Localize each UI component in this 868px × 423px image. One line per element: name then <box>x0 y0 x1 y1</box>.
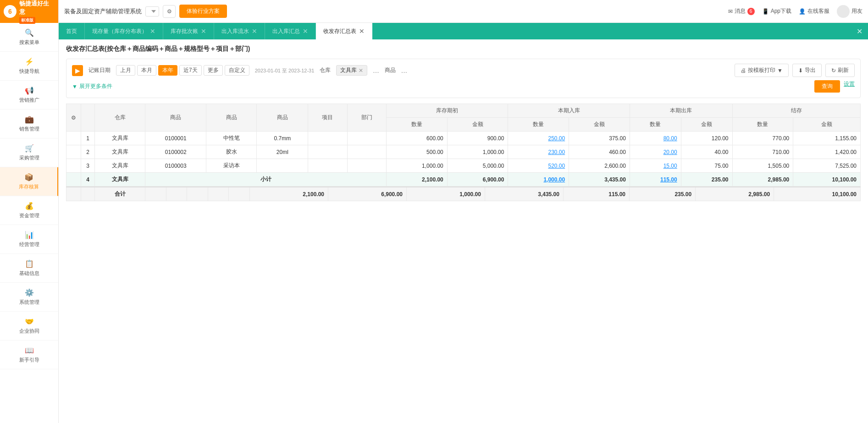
warehouse-more-btn[interactable]: ... <box>373 66 379 75</box>
goods-more-btn[interactable]: ... <box>401 66 407 75</box>
row-project <box>308 145 347 159</box>
row-in-qty[interactable]: 250.00 <box>508 132 569 145</box>
tab-close-icon[interactable]: ✕ <box>359 28 365 34</box>
th-department: 部门 <box>347 104 386 132</box>
date-btn-自定义[interactable]: 自定义 <box>225 65 249 76</box>
filter-expand-btn[interactable]: ▶ <box>72 65 83 76</box>
row-balance-qty: 1,505.00 <box>732 159 793 173</box>
sidebar-label: 基础信息 <box>19 270 39 277</box>
row-settings <box>66 159 81 173</box>
th-in-amount: 金额 <box>569 118 630 132</box>
tab-收发存汇总表[interactable]: 收发存汇总表✕ <box>316 23 372 39</box>
row-goods-code: 0100001 <box>145 132 206 145</box>
system-title-select[interactable] <box>145 6 159 16</box>
subtotal-in-qty[interactable]: 1,000.00 <box>508 173 569 187</box>
warehouse-tag: 文具库 ✕ <box>336 65 367 76</box>
row-opening-amount: 900.00 <box>447 132 508 145</box>
total-out-amount: 235.00 <box>630 187 696 201</box>
tab-库存批次账[interactable]: 库存批次账✕ <box>163 23 214 39</box>
sidebar-item-快捷导航[interactable]: ⚡快捷导航 <box>0 52 58 81</box>
date-btn-近7天[interactable]: 近7天 <box>179 65 202 76</box>
th-group-balance: 结存 <box>732 104 860 118</box>
row-goods-name: 采访本 <box>206 159 257 173</box>
sidebar-item-库存核算[interactable]: 📦库存核算 <box>0 167 58 196</box>
date-btn-上月[interactable]: 上月 <box>116 65 135 76</box>
sidebar-item-营销推广[interactable]: 📢营销推广 <box>0 81 58 110</box>
date-btn-更多[interactable]: 更多 <box>204 65 223 76</box>
tab-close-icon[interactable]: ✕ <box>150 28 155 34</box>
main-area: 装备及固定资产辅助管理系统 ⚙ 体验行业方案 ✉ 消息 6 📱 App下载 <box>59 0 868 423</box>
export-icon: ⬇ <box>798 67 803 74</box>
tab-出入库汇总[interactable]: 出入库汇总✕ <box>265 23 316 39</box>
tab-close-icon[interactable]: ✕ <box>252 28 257 34</box>
sidebar-item-企业协同[interactable]: 🤝企业协同 <box>0 312 58 341</box>
date-btn-本月[interactable]: 本月 <box>137 65 156 76</box>
footer-total-table: 合计 2,100.00 6,900.00 1,000.00 3,435.00 <box>66 187 861 201</box>
print-template-btn[interactable]: 🖨 按模板打印 ▼ <box>735 64 789 77</box>
subtotal-out-qty[interactable]: 115.00 <box>630 173 681 187</box>
sidebar-item-经营管理[interactable]: 📊经营管理 <box>0 225 58 254</box>
row-out-qty[interactable]: 15.00 <box>630 159 681 173</box>
row-out-qty[interactable]: 80.00 <box>630 132 681 145</box>
content-area: 收发存汇总表(按仓库＋商品编码＋商品＋规格型号＋项目＋部门) ▶ 记账日期 上月… <box>59 39 868 423</box>
sidebar-item-系统管理[interactable]: ⚙️系统管理 <box>0 283 58 312</box>
trial-btn[interactable]: 体验行业方案 <box>179 5 227 18</box>
tab-close-icon[interactable]: ✕ <box>303 28 308 34</box>
query-btn[interactable]: 查询 <box>814 80 840 93</box>
row-in-qty[interactable]: 520.00 <box>508 159 569 173</box>
settings-icon-btn[interactable]: ⚙ <box>163 5 176 18</box>
filter-bar: ▶ 记账日期 上月本月本年近7天更多自定义 2023-01-01 至 2023-… <box>66 59 861 98</box>
row-settings <box>66 145 81 159</box>
refresh-btn[interactable]: ↻ 刷新 <box>825 64 855 77</box>
row-balance-amount: 1,155.00 <box>793 132 861 145</box>
messages-btn[interactable]: ✉ 消息 6 <box>728 7 755 15</box>
sidebar-item-基础信息[interactable]: 📋基础信息 <box>0 254 58 283</box>
tab-close-icon[interactable]: ✕ <box>201 28 206 34</box>
row-settings <box>66 132 81 145</box>
row-goods-spec <box>257 159 308 173</box>
warehouse-filter: 文具库 ✕ <box>336 65 367 76</box>
topbar-left: 装备及固定资产辅助管理系统 ⚙ 体验行业方案 <box>64 5 227 18</box>
total-empty2 <box>81 187 95 201</box>
row-in-qty[interactable]: 230.00 <box>508 145 569 159</box>
warehouse-remove-btn[interactable]: ✕ <box>359 67 363 74</box>
sidebar-item-采购管理[interactable]: 🛒采购管理 <box>0 138 58 167</box>
tab-出入库流水[interactable]: 出入库流水✕ <box>214 23 265 39</box>
app-download-btn[interactable]: 📱 App下载 <box>762 7 791 15</box>
tabbar-close-btn[interactable]: ✕ <box>851 23 868 39</box>
row-out-qty[interactable]: 20.00 <box>630 145 681 159</box>
tab-现存量（库存分布表）[interactable]: 现存量（库存分布表）✕ <box>85 23 163 39</box>
expand-label: 展开更多条件 <box>79 82 112 90</box>
online-service-label: 在线客服 <box>807 7 829 15</box>
sidebar-icon: ⚡ <box>25 57 34 66</box>
sidebar-item-新手引导[interactable]: 📖新手引导 <box>0 341 58 369</box>
export-btn[interactable]: ⬇ 导出 <box>792 64 822 77</box>
refresh-icon: ↻ <box>831 67 836 74</box>
sidebar-icon: ⚙️ <box>25 288 34 297</box>
sidebar-item-销售管理[interactable]: 💼销售管理 <box>0 110 58 138</box>
logo-icon: 6 <box>4 5 17 18</box>
sidebar-item-资金管理[interactable]: 💰资金管理 <box>0 196 58 225</box>
topbar-right: ✉ 消息 6 📱 App下载 👤 在线客服 用友 <box>728 5 862 18</box>
settings-link[interactable]: 设置 <box>844 80 855 93</box>
row-balance-qty: 770.00 <box>732 132 793 145</box>
chevron-down-icon: ▼ <box>777 67 783 74</box>
th-group-in: 本期入库 <box>508 104 630 118</box>
tab-label: 现存量（库存分布表） <box>92 27 147 35</box>
th-opening-amount: 金额 <box>447 118 508 132</box>
user-area[interactable]: 用友 <box>837 5 862 18</box>
date-btn-本年[interactable]: 本年 <box>158 65 177 76</box>
expand-more-btn[interactable]: ▼ 展开更多条件 <box>72 80 112 93</box>
sidebar-item-搜索菜单[interactable]: 🔍搜索菜单 <box>0 23 58 52</box>
sidebar-label: 库存核算 <box>19 183 39 190</box>
tab-label: 出入库汇总 <box>272 27 300 35</box>
sidebar: 6 畅捷通好生意 标准版 🔍搜索菜单⚡快捷导航📢营销推广💼销售管理🛒采购管理📦库… <box>0 0 59 423</box>
th-index <box>81 104 95 132</box>
sidebar-icon: 📊 <box>25 231 34 239</box>
logo-text: 畅捷通好生意 标准版 <box>19 0 55 24</box>
sidebar-label: 采购管理 <box>19 154 39 161</box>
row-out-amount: 40.00 <box>681 145 732 159</box>
online-service-btn[interactable]: 👤 在线客服 <box>799 7 829 15</box>
tab-首页[interactable]: 首页 <box>59 23 85 39</box>
sidebar-icon: 📢 <box>25 86 34 95</box>
